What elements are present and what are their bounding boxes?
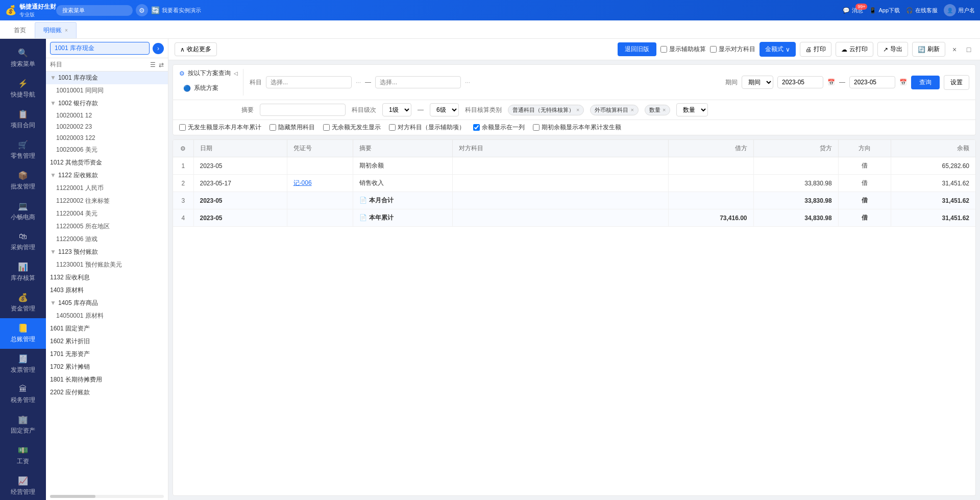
sidebar-item-invoice[interactable]: 🧾 发票管理 — [0, 349, 46, 379]
sidebar-item-search[interactable]: 🔍 搜索菜单 — [0, 43, 46, 74]
more-btn[interactable]: ∧ 收起更多 — [175, 42, 217, 56]
account-11220006[interactable]: 11220006 游戏 — [46, 233, 168, 246]
sidebar-item-payroll[interactable]: 💵 工资 — [0, 440, 46, 471]
online-service-btn[interactable]: 🎧 在线客服 — [906, 7, 938, 14]
selected-account[interactable]: 1001 库存现金 — [50, 42, 150, 55]
sidebar-item-ecommerce[interactable]: 💻 小畅电商 — [0, 196, 46, 227]
app-download-btn[interactable]: 📱 App下载 — [869, 7, 900, 14]
checkbox-no-balance[interactable]: 无发生额显示本月本年累计 — [179, 123, 261, 132]
account-10020003[interactable]: 10020003 122 — [46, 132, 168, 144]
calendar-start-icon[interactable]: 📅 — [827, 79, 835, 86]
account-11220002[interactable]: 11220002 往来标签 — [46, 195, 168, 207]
nav-next-arrow[interactable]: › — [153, 43, 164, 54]
sidebar-item-ledger[interactable]: 📒 总账管理 — [0, 318, 46, 349]
filter-tag-0: 普通科目（无特殊核算） × — [508, 105, 584, 115]
sidebar-item-retail[interactable]: 🛒 零售管理 — [0, 135, 46, 165]
export-btn[interactable]: ↗ 导出 — [877, 42, 908, 57]
subject-start-input[interactable] — [266, 76, 352, 88]
period-mode-select[interactable]: 期间 — [742, 76, 773, 89]
account-2202[interactable]: 2202 应付账款 — [46, 386, 168, 399]
back-old-version-btn[interactable]: 退回旧版 — [618, 42, 656, 56]
calendar-end-icon[interactable]: 📅 — [899, 79, 907, 86]
query-btn[interactable]: 查询 — [911, 76, 940, 89]
demo-link[interactable]: 🔄 我要看实例演示 — [151, 6, 201, 14]
account-1012[interactable]: 1012 其他货币资金 — [46, 156, 168, 169]
row-date: 2023-05 — [193, 157, 287, 175]
settings-btn[interactable]: 设置 — [944, 75, 969, 90]
ledger-icon: 📒 — [18, 323, 28, 333]
cloud-print-btn[interactable]: ☁ 云打印 — [836, 42, 873, 57]
show-aux-verify-checkbox[interactable]: 显示辅助核算 — [660, 45, 706, 54]
sidebar-item-wholesale[interactable]: 📦 批发管理 — [0, 165, 46, 196]
account-11220001[interactable]: 11220001 人民币 — [46, 182, 168, 195]
voucher-link[interactable]: 记-006 — [293, 179, 312, 186]
print-btn[interactable]: 🖨 打印 — [800, 42, 831, 57]
table-row: 2 2023-05-17 记-006 销售收入 33,830.98 借 31,4… — [173, 175, 975, 192]
sidebar-item-finance[interactable]: 💰 资金管理 — [0, 288, 46, 318]
period-start-input[interactable] — [777, 76, 823, 88]
checkbox-opposite-subject[interactable]: 对方科目（显示辅助项） — [389, 123, 465, 132]
system-scheme-item[interactable]: 🔵 系统方案 — [179, 81, 238, 96]
account-tree: ▼1001 库存现金 10010001 同同同 ▼1002 银行存款 10020… — [46, 72, 168, 495]
show-opposite-checkbox[interactable]: 显示对方科目 — [710, 45, 755, 54]
refresh-btn[interactable]: 🔄 刷新 — [912, 42, 945, 57]
sidebar-item-quick-nav[interactable]: ⚡ 快捷导航 — [0, 74, 46, 104]
account-1701[interactable]: 1701 无形资产 — [46, 348, 168, 361]
account-11220004[interactable]: 11220004 美元 — [46, 207, 168, 220]
account-1132[interactable]: 1132 应收利息 — [46, 271, 168, 284]
account-1801[interactable]: 1801 长期待摊费用 — [46, 373, 168, 386]
account-1602[interactable]: 1602 累计折旧 — [46, 335, 168, 348]
account-1123[interactable]: ▼1123 预付账款 — [46, 246, 168, 258]
tree-list-icon[interactable]: ☰ — [150, 61, 156, 68]
quantity-select[interactable]: 数量 — [676, 103, 708, 116]
account-10020002[interactable]: 10020002 23 — [46, 121, 168, 132]
remove-tag-2-btn[interactable]: × — [663, 107, 666, 113]
amount-mode-btn[interactable]: 金额式 ∨ — [760, 42, 796, 57]
sidebar-item-tax[interactable]: 🏛 税务管理 — [0, 379, 46, 410]
filter-settings-icon[interactable]: ⚙ — [179, 70, 185, 77]
sidebar-item-operations[interactable]: 📈 经营管理 — [0, 471, 46, 500]
header-search-bar[interactable]: 搜索菜单 — [56, 5, 133, 16]
account-10010001[interactable]: 10010001 同同同 — [46, 84, 168, 97]
close-window-btn[interactable]: × — [949, 44, 960, 55]
account-1002[interactable]: ▼1002 银行存款 — [46, 97, 168, 110]
tab-close-btn[interactable]: × — [65, 28, 68, 33]
checkbox-no-balance-show[interactable]: 无余额无发生显示 — [323, 123, 381, 132]
subject-level-end-select[interactable]: 6级 — [430, 103, 459, 116]
tab-home[interactable]: 首页 — [5, 22, 35, 38]
checkbox-balance-in-one[interactable]: 余额显示在一列 — [473, 123, 525, 132]
subject-end-input[interactable] — [375, 76, 461, 88]
maximize-window-btn[interactable]: □ — [964, 44, 974, 55]
checkbox-opening-balance[interactable]: 期初余额显示本年累计发生额 — [533, 123, 621, 132]
checkbox-hide-disabled[interactable]: 隐藏禁用科目 — [270, 123, 315, 132]
sidebar-item-inventory[interactable]: 📊 库存核算 — [0, 257, 46, 288]
sidebar-item-purchase[interactable]: 🛍 采购管理 — [0, 227, 46, 257]
account-1001[interactable]: ▼1001 库存现金 — [46, 72, 168, 84]
summary-input[interactable] — [260, 104, 346, 116]
account-1702[interactable]: 1702 累计摊销 — [46, 361, 168, 373]
col-settings-icon[interactable]: ⚙ — [180, 145, 186, 152]
chevron-left-icon[interactable]: ◁ — [234, 70, 238, 76]
account-1403[interactable]: 1403 原材料 — [46, 284, 168, 297]
subject-level-start-select[interactable]: 1级 — [382, 103, 411, 116]
tab-detail[interactable]: 明细账 × — [35, 22, 77, 38]
user-area[interactable]: 👤 用户名 — [944, 4, 975, 16]
account-10020001[interactable]: 10020001 12 — [46, 110, 168, 121]
sidebar-item-project[interactable]: 📋 项目合同 — [0, 104, 46, 135]
remove-tag-0-btn[interactable]: × — [576, 107, 579, 113]
tree-expand-icon[interactable]: ⇄ — [159, 61, 164, 68]
account-1405[interactable]: ▼1405 库存商品 — [46, 297, 168, 309]
settings-icon[interactable]: ⚙ — [136, 4, 148, 16]
account-14050001[interactable]: 14050001 原材料 — [46, 309, 168, 322]
account-1601[interactable]: 1601 固定资产 — [46, 322, 168, 335]
period-end-input[interactable] — [849, 76, 895, 88]
sidebar-item-assets[interactable]: 🏢 固定资产 — [0, 410, 46, 440]
remove-tag-1-btn[interactable]: × — [630, 107, 633, 113]
message-icon: 💬 — [843, 7, 850, 14]
account-1122[interactable]: ▼1122 应收账款 — [46, 169, 168, 182]
horizontal-scroll[interactable] — [50, 495, 164, 498]
account-11220005[interactable]: 11220005 所在地区 — [46, 220, 168, 233]
account-10020006[interactable]: 10020006 美元 — [46, 144, 168, 156]
message-btn[interactable]: 💬 消息 99+ — [843, 7, 863, 14]
account-11230001[interactable]: 11230001 预付账款美元 — [46, 258, 168, 271]
